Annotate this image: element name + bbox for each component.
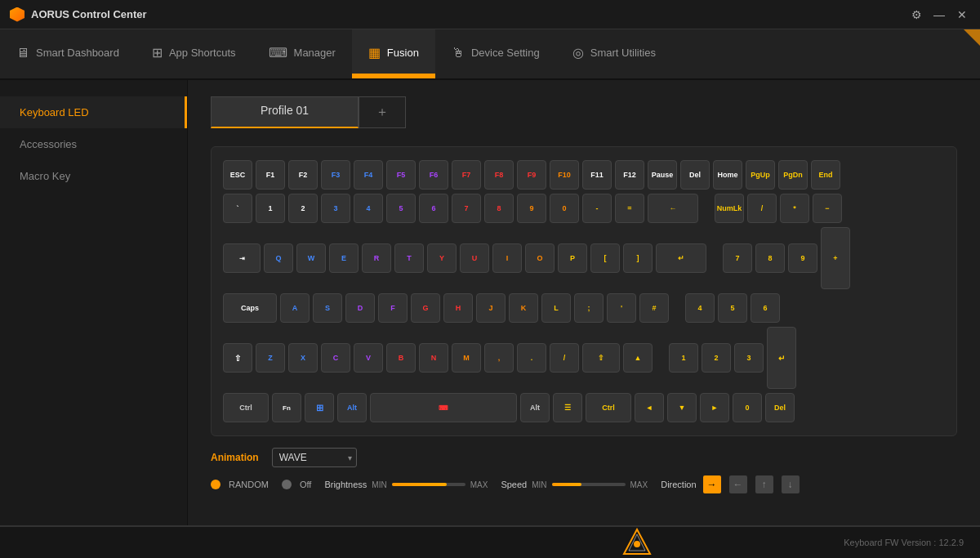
key-6[interactable]: 6 xyxy=(419,194,448,223)
key-numdel[interactable]: Del xyxy=(765,393,795,422)
nav-smart-dashboard[interactable]: 🖥 Smart Dashboard xyxy=(0,29,136,78)
key-o[interactable]: O xyxy=(525,243,555,273)
key-numlk[interactable]: NumLk xyxy=(715,194,744,223)
key-f8[interactable]: F8 xyxy=(484,160,514,190)
key-numslash[interactable]: / xyxy=(747,194,777,223)
nav-app-shortcuts[interactable]: ⊞ App Shortcuts xyxy=(136,29,252,78)
key-num2[interactable]: 2 xyxy=(702,343,731,373)
key-f3[interactable]: F3 xyxy=(321,160,350,190)
direction-right-button[interactable]: → xyxy=(703,475,721,493)
key-z[interactable]: Z xyxy=(256,343,285,373)
key-a[interactable]: A xyxy=(280,293,310,323)
key-f11[interactable]: F11 xyxy=(582,160,612,190)
key-f12[interactable]: F12 xyxy=(615,160,644,190)
key-p[interactable]: P xyxy=(558,243,587,273)
key-caps[interactable]: Caps xyxy=(223,293,277,323)
key-num5[interactable]: 5 xyxy=(718,293,747,323)
key-rctrl[interactable]: Ctrl xyxy=(586,393,631,422)
key-numminus[interactable]: − xyxy=(813,194,842,223)
settings-button[interactable]: ⚙ xyxy=(908,7,924,23)
direction-left-button[interactable]: ← xyxy=(729,475,747,493)
key-num6[interactable]: 6 xyxy=(751,293,780,323)
key-num4[interactable]: 4 xyxy=(685,293,715,323)
key-f1[interactable]: F1 xyxy=(256,160,285,190)
key-home[interactable]: Home xyxy=(713,160,742,190)
key-2[interactable]: 2 xyxy=(288,194,318,223)
key-num8[interactable]: 8 xyxy=(755,243,785,273)
key-comma[interactable]: , xyxy=(484,343,514,373)
key-lshift[interactable]: ⇧ xyxy=(223,343,252,373)
key-space[interactable]: ⌨ xyxy=(370,393,517,422)
key-win[interactable]: ⊞ xyxy=(305,393,334,422)
key-numplus[interactable]: + xyxy=(821,227,850,289)
key-backspace[interactable]: ← xyxy=(648,194,698,223)
key-numenter[interactable]: ↵ xyxy=(767,327,796,389)
key-y[interactable]: Y xyxy=(427,243,457,273)
key-enter[interactable]: ↵ xyxy=(656,243,706,273)
key-b[interactable]: B xyxy=(386,343,416,373)
key-rbracket[interactable]: ] xyxy=(623,243,653,273)
key-x[interactable]: X xyxy=(288,343,318,373)
key-w[interactable]: W xyxy=(296,243,326,273)
key-r[interactable]: R xyxy=(362,243,391,273)
key-j[interactable]: J xyxy=(476,293,506,323)
key-left[interactable]: ◄ xyxy=(635,393,664,422)
key-g[interactable]: G xyxy=(411,293,440,323)
key-e[interactable]: E xyxy=(329,243,359,273)
nav-fusion[interactable]: ▦ Fusion xyxy=(352,29,435,78)
key-n[interactable]: N xyxy=(419,343,448,373)
key-lbracket[interactable]: [ xyxy=(590,243,620,273)
key-rshift[interactable]: ⇧ xyxy=(582,343,620,373)
key-lctrl[interactable]: Ctrl xyxy=(223,393,269,422)
key-l[interactable]: L xyxy=(541,293,571,323)
key-f2[interactable]: F2 xyxy=(288,160,318,190)
key-period[interactable]: . xyxy=(517,343,546,373)
close-button[interactable]: ✕ xyxy=(954,7,970,23)
key-8[interactable]: 8 xyxy=(484,194,514,223)
key-num0[interactable]: 0 xyxy=(733,393,762,422)
key-f10[interactable]: F10 xyxy=(550,160,579,190)
key-menu[interactable]: ☰ xyxy=(553,393,582,422)
key-f5[interactable]: F5 xyxy=(386,160,416,190)
sidebar-item-keyboard-led[interactable]: Keyboard LED xyxy=(0,96,187,128)
key-hash[interactable]: # xyxy=(639,293,669,323)
profile-add-tab[interactable]: ＋ xyxy=(359,96,406,128)
key-d[interactable]: D xyxy=(345,293,375,323)
key-k[interactable]: K xyxy=(509,293,538,323)
key-0[interactable]: 0 xyxy=(550,194,579,223)
key-3[interactable]: 3 xyxy=(321,194,350,223)
key-h[interactable]: H xyxy=(443,293,473,323)
nav-smart-utilities[interactable]: ◎ Smart Utilities xyxy=(556,29,672,78)
key-f9[interactable]: F9 xyxy=(517,160,546,190)
key-pgup[interactable]: PgUp xyxy=(746,160,775,190)
key-backtick[interactable]: ` xyxy=(223,194,252,223)
brightness-track[interactable] xyxy=(392,483,466,486)
key-num7[interactable]: 7 xyxy=(723,243,752,273)
key-numstar[interactable]: * xyxy=(780,194,809,223)
key-slash[interactable]: / xyxy=(550,343,579,373)
key-f7[interactable]: F7 xyxy=(452,160,481,190)
key-tab[interactable]: ⇥ xyxy=(223,243,261,273)
key-alt-l[interactable]: Alt xyxy=(337,393,367,422)
key-right[interactable]: ► xyxy=(700,393,729,422)
key-num3[interactable]: 3 xyxy=(734,343,764,373)
key-esc[interactable]: ESC xyxy=(223,160,252,190)
key-i[interactable]: I xyxy=(492,243,522,273)
key-pgdn[interactable]: PgDn xyxy=(778,160,808,190)
key-f[interactable]: F xyxy=(378,293,408,323)
nav-manager[interactable]: ⌨ Manager xyxy=(252,29,352,78)
sidebar-item-accessories[interactable]: Accessories xyxy=(0,128,187,160)
key-f4[interactable]: F4 xyxy=(354,160,383,190)
key-minus[interactable]: - xyxy=(582,194,612,223)
key-up[interactable]: ▲ xyxy=(623,343,653,373)
nav-device-setting[interactable]: 🖱 Device Setting xyxy=(435,29,556,78)
key-alt-r[interactable]: Alt xyxy=(520,393,550,422)
direction-up-button[interactable]: ↑ xyxy=(755,475,773,493)
key-7[interactable]: 7 xyxy=(452,194,481,223)
key-5[interactable]: 5 xyxy=(386,194,416,223)
key-t[interactable]: T xyxy=(394,243,424,273)
key-f6[interactable]: F6 xyxy=(419,160,448,190)
key-down[interactable]: ▼ xyxy=(667,393,697,422)
minimize-button[interactable]: — xyxy=(931,7,947,23)
animation-select[interactable]: WAVE STATIC BREATHING REACTIVE RIPPLE CU… xyxy=(272,448,357,467)
